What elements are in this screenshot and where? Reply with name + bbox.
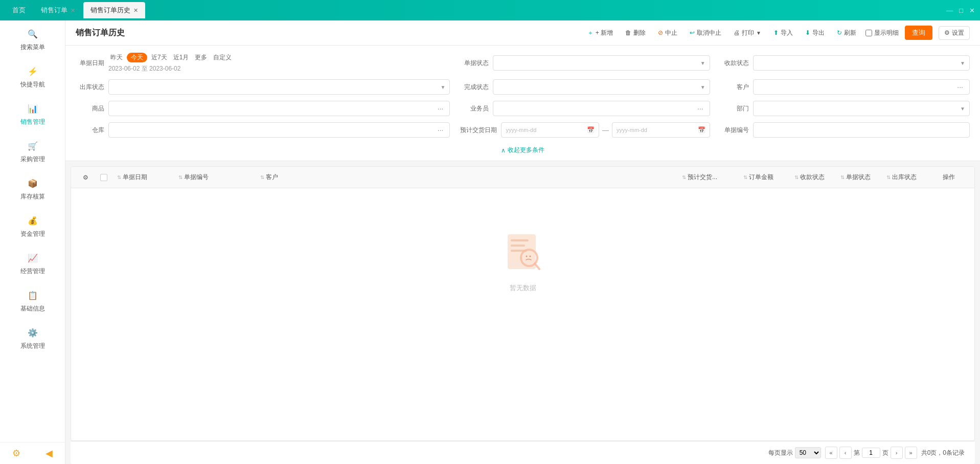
sort-delivery-icon[interactable]: ⇅ [682,174,686,180]
tab-sales-order-history[interactable]: 销售订单历史 ✕ [83,2,145,18]
salesperson-label: 业务员 [460,104,489,113]
sidebar-item-inventory-label: 库存核算 [20,192,45,201]
close-btn[interactable]: ✕ [969,7,975,14]
sort-receipt-icon[interactable]: ⇅ [794,174,799,180]
cancel-stop-button[interactable]: ↩ 取消中止 [687,27,724,39]
import-button[interactable]: ⬆ 导入 [770,27,796,39]
shortcut-7days[interactable]: 近7天 [149,53,169,62]
salesperson-input[interactable]: ··· [493,101,710,116]
sidebar-item-finance[interactable]: 💰 资金管理 [0,207,65,245]
goods-input[interactable]: ··· [108,101,450,116]
shortcut-1month[interactable]: 近1月 [171,53,191,62]
th-date-label: 单据日期 [123,173,147,182]
complete-status-arrow-icon: ▼ [700,84,705,90]
sidebar-item-operations[interactable]: 📈 经营管理 [0,245,65,282]
sidebar-item-basic-info[interactable]: 📋 基础信息 [0,282,65,319]
receipt-status-label: 收款状态 [720,59,749,68]
settings-button[interactable]: ⚙ 设置 [939,26,970,40]
goods-ellipsis-icon[interactable]: ··· [436,104,446,113]
dept-select[interactable]: ▼ [753,101,970,116]
date-shortcuts: 昨天 今天 近7天 近1月 更多 自定义 [108,53,234,62]
sidebar-bottom: ⚙ ◀ [0,442,65,464]
display-toggle-label: 显示明细 [874,29,899,37]
delivery-date-end-input[interactable]: yyyy-mm-dd 📅 [612,122,710,138]
page-input[interactable] [862,448,880,458]
sort-amount-icon[interactable]: ⇅ [743,174,747,180]
filter-goods: 商品 ··· [76,101,450,116]
warehouse-input[interactable]: ··· [108,122,450,138]
page-nav: « ‹ 第 页 › » [825,447,917,459]
salesperson-ellipsis-icon[interactable]: ··· [695,104,705,113]
receipt-status-select[interactable]: ▼ [753,55,970,71]
delivery-date-start-input[interactable]: yyyy-mm-dd 📅 [501,122,599,138]
tab-sales-order-history-close[interactable]: ✕ [133,7,138,14]
ship-status-control: ▼ [108,79,450,95]
th-customer: ⇅ 客户 [256,173,678,182]
page-size-select: 每页显示 50 10 20 100 [768,447,821,458]
th-date: ⇅ 单据日期 [113,173,174,182]
new-button[interactable]: ＋ + 新增 [584,27,616,39]
print-icon: 🖨 [734,29,740,36]
sidebar-collapse-icon[interactable]: ◀ [45,448,53,459]
basic-info-icon: 📋 [26,288,40,302]
shortcut-today[interactable]: 今天 [127,53,147,62]
maximize-btn[interactable]: □ [959,7,963,14]
import-icon: ⬆ [773,29,779,36]
shortcut-custom[interactable]: 自定义 [211,53,234,62]
sidebar-item-quick-nav[interactable]: ⚡ 快捷导航 [0,58,65,95]
sidebar-item-sales-mgmt[interactable]: 📊 销售管理 [0,95,65,132]
sales-mgmt-icon: 📊 [26,101,40,116]
sidebar-item-inventory[interactable]: 📦 库存核算 [0,170,65,207]
th-gear[interactable]: ⚙ [76,174,95,181]
complete-status-select[interactable]: ▼ [493,79,710,95]
th-ship-label: 出库状态 [892,173,917,182]
warehouse-ellipsis-icon[interactable]: ··· [436,126,446,134]
sidebar-settings-icon[interactable]: ⚙ [12,448,20,459]
tab-sales-order[interactable]: 销售订单 ✕ [34,2,82,18]
filter-row-4: 仓库 ··· 预计交货日期 yyyy-mm-dd 📅 — [76,122,970,138]
page-size-dropdown[interactable]: 50 10 20 100 [795,447,821,458]
export-icon: ⬇ [805,29,810,36]
display-toggle-checkbox[interactable] [865,30,872,36]
query-button[interactable]: 查询 [905,26,932,40]
th-no-label: 单据编号 [184,173,209,182]
sidebar-item-purchase-mgmt[interactable]: 🛒 采购管理 [0,132,65,170]
calendar-start-icon: 📅 [587,126,595,134]
shortcut-more[interactable]: 更多 [193,53,209,62]
warehouse-control: ··· [108,122,450,138]
refresh-button[interactable]: ↻ 刷新 [834,27,859,39]
print-button[interactable]: 🖨 打印 ▼ [731,27,764,39]
export-button[interactable]: ⬇ 导出 [802,27,828,39]
last-page-btn[interactable]: » [905,447,917,459]
tab-home[interactable]: 首页 [5,2,33,18]
order-no-input[interactable] [753,122,970,138]
collapse-bar[interactable]: ∧ 收起更多条件 [76,144,970,157]
customer-ellipsis-icon[interactable]: ··· [955,83,965,91]
tab-sales-order-close[interactable]: ✕ [71,7,75,14]
sort-ship-icon[interactable]: ⇅ [886,174,891,180]
sort-customer-icon[interactable]: ⇅ [260,174,264,180]
order-status-select[interactable]: ▼ [493,55,710,71]
print-arrow-icon: ▼ [756,30,761,36]
order-no-control [753,122,970,138]
delete-button[interactable]: 🗑 删除 [622,27,649,39]
customer-input[interactable]: ··· [753,79,970,95]
table-section: ⚙ ⇅ 单据日期 ⇅ 单据编号 ⇅ 客户 ⇅ [71,166,975,441]
shortcut-yesterday[interactable]: 昨天 [108,53,125,62]
select-all-checkbox[interactable] [100,174,107,181]
sidebar-item-system[interactable]: ⚙️ 系统管理 [0,319,65,357]
sidebar-item-search-menu[interactable]: 🔍 搜索菜单 [0,20,65,58]
th-check[interactable] [95,174,113,181]
next-page-btn[interactable]: › [891,447,903,459]
stop-button[interactable]: ⊘ 中止 [655,27,680,39]
first-page-btn[interactable]: « [825,447,837,459]
ship-status-label: 出库状态 [76,83,104,92]
minimize-btn[interactable]: — [946,7,953,14]
prev-page-btn[interactable]: ‹ [839,447,852,459]
sort-order-icon[interactable]: ⇅ [840,174,845,180]
sort-date-icon[interactable]: ⇅ [117,174,121,180]
new-icon: ＋ [587,29,594,37]
sort-no-icon[interactable]: ⇅ [178,174,183,180]
ship-status-select[interactable]: ▼ [108,79,450,95]
page-suffix: 页 [882,449,888,457]
